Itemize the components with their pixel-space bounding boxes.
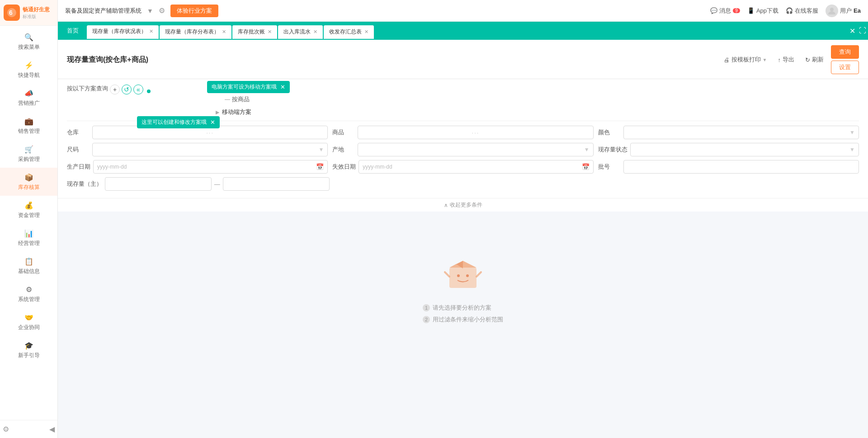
sidebar-item-2[interactable]: 📣 营销推广 — [0, 84, 57, 112]
sidebar-collapse-icon[interactable]: ◀ — [49, 425, 55, 433]
tab-0[interactable]: 现存量（库存状况表） ✕ — [87, 25, 159, 39]
nav-icon-1: ⚡ — [24, 60, 34, 70]
stock-main-to[interactable] — [223, 177, 330, 191]
online-support-btn[interactable]: 🎧 在线客服 — [786, 7, 818, 15]
tabs-close-all-icon[interactable]: ✕ — [849, 27, 855, 35]
page-title-row: 现存量查询(按仓库+商品) 🖨 按模板打印 ▼ ↑ 导出 ↻ 刷新 — [67, 45, 859, 74]
scheme-pc-subitem-label[interactable]: 按商品 — [232, 95, 250, 104]
tab-3[interactable]: 出入库流水 ✕ — [278, 25, 323, 39]
sidebar-item-3[interactable]: 💼 销售管理 — [0, 112, 57, 140]
tooltip-pc-scheme: 电脑方案可设为移动方案哦 ✕ — [207, 81, 290, 93]
svg-point-7 — [466, 274, 469, 277]
expire-date-input[interactable]: yyyy-mm-dd 📅 — [359, 160, 593, 174]
tab-home[interactable]: 首页 — [60, 22, 86, 40]
tab-close-4[interactable]: ✕ — [364, 29, 368, 35]
scheme-mobile-label[interactable]: 移动端方案 — [222, 108, 251, 116]
tab-close-3[interactable]: ✕ — [313, 29, 317, 35]
user-ea: Ea — [854, 7, 861, 14]
system-dropdown-icon[interactable]: ▼ — [147, 7, 153, 14]
collapse-btn[interactable]: ∧ 收起更多条件 — [444, 201, 482, 209]
sidebar-item-11[interactable]: 🎓 新手引导 — [0, 336, 57, 364]
tabs-fullscreen-icon[interactable]: ⛶ — [859, 27, 866, 35]
stock-main-from[interactable] — [105, 177, 212, 191]
tab-close-1[interactable]: ✕ — [222, 29, 226, 35]
tab-4[interactable]: 收发存汇总表 ✕ — [324, 25, 374, 39]
svg-line-8 — [445, 272, 449, 277]
sidebar-item-4[interactable]: 🛒 采购管理 — [0, 140, 57, 168]
sidebar-item-8[interactable]: 📋 基础信息 — [0, 252, 57, 280]
prod-date-input[interactable]: yyyy-mm-dd 📅 — [93, 160, 328, 174]
warehouse-label: 仓库 — [67, 128, 90, 137]
tab-2[interactable]: 库存批次账 ✕ — [232, 25, 277, 39]
tab-1[interactable]: 现存量（库存分布表） ✕ — [160, 25, 231, 39]
color-dropdown-icon: ▼ — [849, 129, 855, 136]
empty-tips: 1 请先选择要分析的方案 2 用过滤条件来缩小分析范围 — [423, 302, 503, 325]
filter-row-4: 现存量（主） — — [67, 177, 859, 191]
sidebar-item-0[interactable]: 🔍 搜索菜单 — [0, 28, 57, 56]
nav-icon-2: 📣 — [24, 88, 34, 98]
tooltip1-close[interactable]: ✕ — [280, 84, 285, 90]
sidebar-item-9[interactable]: ⚙ 系统管理 — [0, 280, 57, 308]
field-origin: 产地 ▼ — [332, 143, 593, 156]
sidebar: 6 畅通好生意 标准版 🔍 搜索菜单 ⚡ 快捷导航 📣 营销推广 💼 销售管理 … — [0, 0, 58, 438]
system-name: 装备及固定资产辅助管理系统 — [65, 7, 142, 15]
app-download-btn[interactable]: 📱 App下载 — [747, 7, 778, 15]
refresh-btn[interactable]: ↻ 刷新 — [802, 54, 827, 66]
page-header: 现存量查询(按仓库+商品) 🖨 按模板打印 ▼ ↑ 导出 ↻ 刷新 — [58, 40, 868, 79]
active-indicator — [147, 89, 151, 93]
sidebar-item-1[interactable]: ⚡ 快捷导航 — [0, 56, 57, 84]
scheme-mobile-group: ▶ 移动端方案 — [216, 108, 251, 116]
nav-label-0: 搜索菜单 — [18, 43, 40, 51]
size-select[interactable]: ▼ — [92, 143, 328, 156]
size-dropdown-icon: ▼ — [318, 146, 324, 153]
setting-btn[interactable]: 设置 — [831, 61, 859, 74]
sidebar-item-5[interactable]: 📦 库存核算 — [0, 168, 57, 196]
nav-label-9: 系统管理 — [18, 296, 40, 303]
nav-icon-6: 💰 — [24, 200, 34, 210]
empty-tip-2: 2 用过滤条件来缩小分析范围 — [423, 314, 503, 325]
scheme-pc-subitem: — 按商品 — [216, 95, 251, 104]
sidebar-nav: 🔍 搜索菜单 ⚡ 快捷导航 📣 营销推广 💼 销售管理 🛒 采购管理 📦 库存核… — [0, 26, 57, 420]
collapse-up-icon: ∧ — [444, 202, 448, 208]
page-actions: 🖨 按模板打印 ▼ ↑ 导出 ↻ 刷新 查询 设置 — [720, 45, 859, 74]
color-select[interactable]: ▼ — [623, 126, 859, 139]
product-input[interactable]: ··· — [358, 126, 593, 139]
sidebar-item-6[interactable]: 💰 资金管理 — [0, 196, 57, 224]
support-icon: 🎧 — [786, 7, 793, 14]
tab-close-0[interactable]: ✕ — [149, 28, 153, 34]
user-label: 用户 — [840, 7, 852, 15]
header-settings-icon[interactable]: ⚙ — [159, 6, 165, 15]
sidebar-settings-icon[interactable]: ⚙ — [3, 425, 9, 433]
batch-input[interactable] — [623, 160, 859, 174]
nav-icon-8: 📋 — [24, 256, 34, 266]
query-btn[interactable]: 查询 — [831, 45, 859, 59]
user-area[interactable]: 用户 Ea — [826, 5, 861, 17]
scheme-back-btn[interactable]: « — [133, 85, 143, 94]
print-btn[interactable]: 🖨 按模板打印 ▼ — [720, 54, 771, 66]
nav-label-6: 资金管理 — [18, 212, 40, 219]
message-btn[interactable]: 💬 消息 9 — [710, 7, 740, 15]
stock-status-select[interactable]: ▼ — [630, 143, 859, 156]
nav-icon-11: 🎓 — [24, 340, 34, 350]
sidebar-item-7[interactable]: 📊 经营管理 — [0, 224, 57, 252]
field-size: 尺码 ▼ — [67, 143, 328, 156]
field-color: 颜色 ▼ — [598, 126, 859, 139]
nav-label-7: 经营管理 — [18, 240, 40, 247]
svg-point-6 — [457, 274, 460, 277]
export-btn[interactable]: ↑ 导出 — [774, 54, 798, 66]
stock-status-dropdown-icon: ▼ — [849, 146, 855, 153]
tooltip2-close[interactable]: ✕ — [210, 119, 215, 126]
stock-status-label: 现存量状态 — [598, 146, 627, 154]
scheme-edit-btn[interactable]: ↺ — [122, 85, 132, 94]
origin-select[interactable]: ▼ — [358, 143, 593, 156]
scheme-add-btn[interactable]: + — [110, 85, 120, 94]
header-left: 装备及固定资产辅助管理系统 ▼ ⚙ 体验行业方案 — [65, 5, 218, 17]
sidebar-item-10[interactable]: 🤝 企业协同 — [0, 308, 57, 336]
message-badge: 9 — [733, 8, 740, 13]
filter-scheme-label: 按以下方案查询 — [67, 85, 108, 93]
tab-close-2[interactable]: ✕ — [268, 29, 272, 35]
nav-icon-9: ⚙ — [24, 284, 34, 294]
filter-area: 按以下方案查询 + ↺ « 电脑方案可设为移动方案哦 ✕ ▶ 电脑端方案 — [58, 79, 868, 198]
industry-btn[interactable]: 体验行业方案 — [170, 5, 218, 17]
origin-dropdown-icon: ▼ — [584, 146, 590, 153]
